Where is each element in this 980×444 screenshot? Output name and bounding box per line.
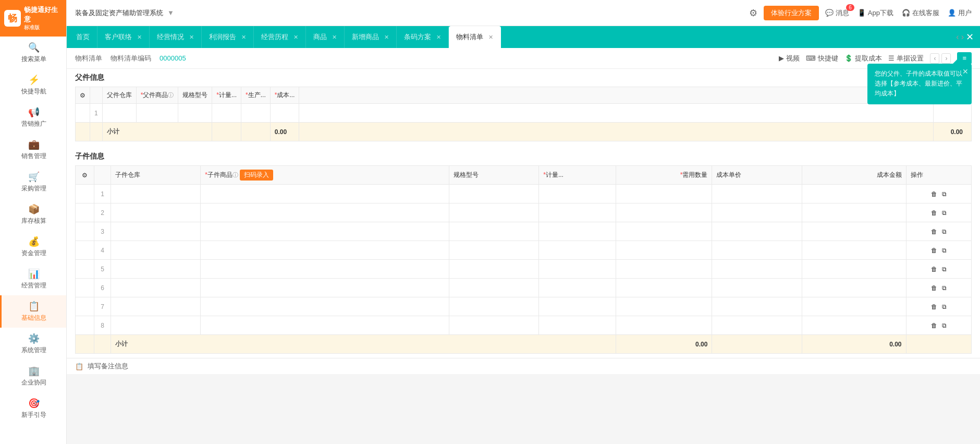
tab-profit-close[interactable]: ✕ bbox=[241, 34, 246, 41]
child-row-settings-4[interactable] bbox=[76, 241, 94, 260]
sidebar-item-quick-nav[interactable]: ⚡ 快捷导航 bbox=[0, 69, 66, 101]
bottom-bar-text[interactable]: 填写备注信息 bbox=[88, 362, 128, 371]
child-row-warehouse-2[interactable] bbox=[111, 203, 201, 222]
sidebar-item-purchase[interactable]: 🛒 采购管理 bbox=[0, 166, 66, 198]
sidebar-item-basic[interactable]: 📋 基础信息 bbox=[0, 295, 66, 328]
child-row-unit-cost-4[interactable] bbox=[712, 241, 802, 260]
delete-icon-8[interactable]: 🗑 bbox=[931, 322, 937, 329]
tab-newgoods[interactable]: 新增商品 ✕ bbox=[345, 26, 397, 48]
child-row-unit-cost-8[interactable] bbox=[712, 316, 802, 335]
parent-row-spec-1[interactable] bbox=[178, 104, 212, 123]
copy-icon-6[interactable]: ⧉ bbox=[942, 284, 947, 292]
child-row-needed-qty-7[interactable] bbox=[616, 297, 712, 316]
parent-row-cost-1[interactable] bbox=[270, 104, 299, 123]
child-row-spec-6[interactable] bbox=[449, 279, 539, 297]
tab-barcode[interactable]: 条码方案 ✕ bbox=[397, 26, 449, 48]
child-row-warehouse-8[interactable] bbox=[111, 316, 201, 335]
copy-icon-5[interactable]: ⧉ bbox=[942, 266, 947, 273]
sidebar-item-operations[interactable]: 📊 经营管理 bbox=[0, 263, 66, 295]
copy-icon-1[interactable]: ⧉ bbox=[942, 190, 947, 198]
child-row-spec-5[interactable] bbox=[449, 260, 539, 279]
child-row-settings-5[interactable] bbox=[76, 260, 94, 279]
child-row-qty-unit-2[interactable] bbox=[539, 203, 616, 222]
parent-row-qty-1[interactable] bbox=[212, 104, 241, 123]
parent-row-production-1[interactable] bbox=[241, 104, 271, 123]
child-row-warehouse-1[interactable] bbox=[111, 185, 201, 203]
tab-bom[interactable]: 物料清单 ✕ bbox=[449, 26, 501, 48]
child-row-unit-cost-6[interactable] bbox=[712, 279, 802, 297]
online-service-btn[interactable]: 🎧 在线客服 bbox=[902, 8, 939, 18]
trial-button[interactable]: 体验行业方案 bbox=[764, 6, 819, 20]
child-row-spec-4[interactable] bbox=[449, 241, 539, 260]
child-row-spec-3[interactable] bbox=[449, 222, 539, 241]
child-row-unit-cost-2[interactable] bbox=[712, 203, 802, 222]
shortcut-action[interactable]: ⌨ 快捷键 bbox=[806, 54, 838, 63]
sidebar-item-guide[interactable]: 🎯 新手引导 bbox=[0, 392, 66, 425]
child-row-qty-unit-8[interactable] bbox=[539, 316, 616, 335]
tab-history[interactable]: 经营历程 ✕ bbox=[254, 26, 306, 48]
user-avatar[interactable]: 👤 用户 bbox=[948, 8, 972, 18]
child-row-product-4[interactable] bbox=[201, 241, 449, 260]
copy-icon-8[interactable]: ⧉ bbox=[942, 322, 947, 329]
child-row-product-1[interactable] bbox=[201, 185, 449, 203]
dropdown-arrow-icon[interactable]: ▼ bbox=[167, 9, 174, 17]
tab-next-btn[interactable]: › bbox=[961, 32, 964, 42]
tab-goods[interactable]: 商品 ✕ bbox=[306, 26, 345, 48]
child-row-warehouse-5[interactable] bbox=[111, 260, 201, 279]
child-row-product-5[interactable] bbox=[201, 260, 449, 279]
scan-input-button[interactable]: 扫码录入 bbox=[240, 170, 273, 181]
child-row-product-2[interactable] bbox=[201, 203, 449, 222]
copy-icon-7[interactable]: ⧉ bbox=[942, 303, 947, 310]
delete-icon-3[interactable]: 🗑 bbox=[931, 228, 937, 235]
sidebar-item-enterprise[interactable]: 🏢 企业协同 bbox=[0, 360, 66, 392]
page-prev-btn[interactable]: ‹ bbox=[930, 53, 939, 64]
app-download-btn[interactable]: 📱 App下载 bbox=[858, 8, 893, 18]
child-row-unit-cost-3[interactable] bbox=[712, 222, 802, 241]
delete-icon-2[interactable]: 🗑 bbox=[931, 209, 937, 217]
page-next-btn[interactable]: › bbox=[941, 53, 951, 64]
child-row-needed-qty-6[interactable] bbox=[616, 279, 712, 297]
extract-cost-action[interactable]: 💲 提取成本 bbox=[844, 54, 882, 63]
gear-icon[interactable]: ⚙ bbox=[749, 7, 757, 19]
copy-icon-3[interactable]: ⧉ bbox=[942, 228, 947, 235]
child-row-qty-unit-6[interactable] bbox=[539, 279, 616, 297]
sidebar-item-inventory[interactable]: 📦 库存核算 bbox=[0, 198, 66, 231]
copy-icon-4[interactable]: ⧉ bbox=[942, 247, 947, 254]
sidebar-item-marketing[interactable]: 📢 营销推广 bbox=[0, 101, 66, 134]
child-row-spec-2[interactable] bbox=[449, 203, 539, 222]
parent-row-settings[interactable] bbox=[76, 104, 90, 123]
delete-icon-6[interactable]: 🗑 bbox=[931, 284, 937, 292]
child-row-settings-6[interactable] bbox=[76, 279, 94, 297]
sidebar-item-sales[interactable]: 💼 销售管理 bbox=[0, 134, 66, 166]
child-row-qty-unit-7[interactable] bbox=[539, 297, 616, 316]
child-row-warehouse-7[interactable] bbox=[111, 297, 201, 316]
child-col-settings[interactable]: ⚙ bbox=[76, 166, 94, 185]
child-row-spec-1[interactable] bbox=[449, 185, 539, 203]
view-action[interactable]: ▶ 视频 bbox=[779, 54, 800, 63]
delete-icon-5[interactable]: 🗑 bbox=[931, 266, 937, 273]
child-row-product-3[interactable] bbox=[201, 222, 449, 241]
tab-customers-close[interactable]: ✕ bbox=[137, 34, 142, 41]
child-row-needed-qty-5[interactable] bbox=[616, 260, 712, 279]
sidebar-item-system[interactable]: ⚙️ 系统管理 bbox=[0, 328, 66, 360]
child-row-qty-unit-1[interactable] bbox=[539, 185, 616, 203]
tab-home[interactable]: 首页 bbox=[69, 26, 97, 48]
child-row-product-6[interactable] bbox=[201, 279, 449, 297]
child-row-settings-3[interactable] bbox=[76, 222, 94, 241]
tab-close-all-btn[interactable]: ✕ bbox=[966, 31, 974, 43]
child-row-qty-unit-5[interactable] bbox=[539, 260, 616, 279]
child-row-needed-qty-2[interactable] bbox=[616, 203, 712, 222]
child-row-unit-cost-1[interactable] bbox=[712, 185, 802, 203]
tab-prev-btn[interactable]: ‹ bbox=[956, 32, 959, 42]
child-row-needed-qty-3[interactable] bbox=[616, 222, 712, 241]
child-row-warehouse-3[interactable] bbox=[111, 222, 201, 241]
child-row-unit-cost-5[interactable] bbox=[712, 260, 802, 279]
tab-operations[interactable]: 经营情况 ✕ bbox=[150, 26, 202, 48]
child-row-spec-8[interactable] bbox=[449, 316, 539, 335]
sidebar-item-finance[interactable]: 💰 资金管理 bbox=[0, 231, 66, 263]
delete-icon-4[interactable]: 🗑 bbox=[931, 247, 937, 254]
child-row-qty-unit-4[interactable] bbox=[539, 241, 616, 260]
child-row-needed-qty-4[interactable] bbox=[616, 241, 712, 260]
delete-icon-1[interactable]: 🗑 bbox=[931, 190, 937, 198]
tab-customers[interactable]: 客户联络 ✕ bbox=[97, 26, 150, 48]
